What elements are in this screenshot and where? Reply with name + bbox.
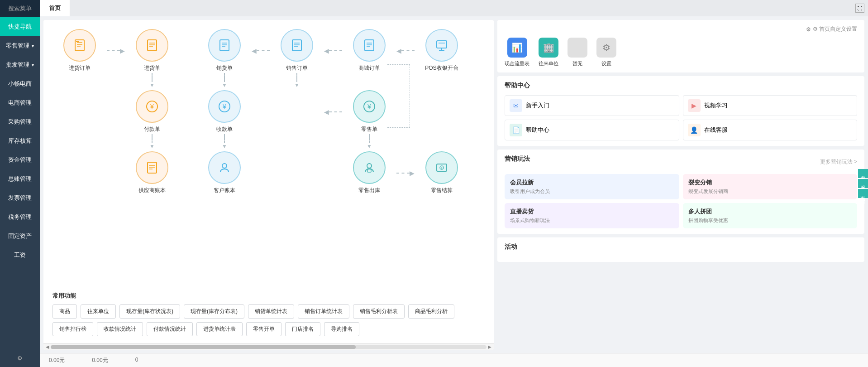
sidebar-item-wholesale[interactable]: 批发管理 ▾ [0, 55, 40, 74]
help-label-3: 在线客服 [704, 126, 728, 134]
qa-item-3[interactable]: ⚙设置 [596, 38, 616, 67]
qa-icon-3: ⚙ [596, 38, 616, 58]
sidebar-item-ecommerce[interactable]: 电商管理 [0, 93, 40, 112]
func-btn-收款情况统计[interactable]: 收款情况统计 [97, 322, 143, 336]
arrow-down-sale: ▼ [222, 82, 227, 88]
qa-item-1[interactable]: 🏢往来单位 [539, 38, 558, 67]
sidebar: 搜索菜单 快捷导航 零售管理 ▾ 批发管理 ▾ 小畅电商 电商管理 采购管理 库… [0, 0, 40, 367]
qa-label-0: 现金流量表 [505, 60, 529, 67]
page-body: 进货订单 ▶ [40, 16, 868, 353]
svg-text:¥: ¥ [150, 103, 154, 110]
v-space-r2-a4 [324, 134, 342, 150]
flow-node-pos[interactable]: POS收银开台 [415, 29, 469, 72]
qa-item-2[interactable]: 暂无 [568, 38, 587, 67]
qa-icon-1: 🏢 [539, 38, 558, 58]
sidebar-item-xiaochang[interactable]: 小畅电商 [0, 74, 40, 93]
func-btn-商品[interactable]: 商品 [52, 304, 77, 319]
func-btn-商品毛利分析[interactable]: 商品毛利分析 [408, 304, 454, 319]
v-space-arrow2 [179, 73, 197, 88]
sidebar-settings-icon[interactable]: ⚙ [0, 349, 40, 367]
floating-btn-1[interactable]: 服务社区 [858, 179, 868, 188]
marketing-more-link[interactable]: 更多营销玩法 > [820, 158, 857, 166]
arrow-4: ◀ [396, 47, 415, 54]
left-panel: 进货订单 ▶ [43, 20, 494, 350]
marketing-item-3[interactable]: 多人拼团拼团购物享受优惠 [683, 203, 858, 228]
marketing-item-1[interactable]: 裂变分销裂变式发展分销商 [683, 174, 858, 199]
qa-icon-2 [568, 38, 587, 58]
v-connector-purchase: ▼ [125, 73, 179, 88]
tab-home[interactable]: 首页 [40, 0, 70, 16]
func-btn-零售开单[interactable]: 零售开单 [246, 322, 281, 336]
func-btn-销售毛利分析表[interactable]: 销售毛利分析表 [353, 304, 405, 319]
v-dashed-receipt [224, 134, 225, 143]
help-item-3[interactable]: 👤在线客服 [683, 120, 858, 140]
sidebar-search[interactable]: 搜索菜单 [0, 0, 40, 17]
func-btn-进货单统计表[interactable]: 进货单统计表 [196, 322, 243, 336]
flow-node-customer-ledger[interactable]: 客户账本 [197, 151, 252, 194]
sidebar-item-salary[interactable]: 工资 [0, 246, 40, 265]
v-connector-retail: ▼ [342, 134, 396, 150]
floating-btn-2[interactable]: 桌面快捷 [858, 189, 868, 198]
sale-order-icon [281, 29, 313, 62]
func-btn-现存量(库存分布表)[interactable]: 现存量(库存分布表) [184, 304, 244, 319]
func-btn-销售订单统计表[interactable]: 销售订单统计表 [298, 304, 349, 319]
scroll-right-arrow[interactable]: ▶ [486, 344, 493, 349]
stat-1: 0.00元 [49, 357, 65, 364]
func-btn-门店排名[interactable]: 门店排名 [285, 322, 320, 336]
floating-btn-0[interactable]: 客服热线 [858, 169, 868, 178]
help-grid: ✉新手入门▶视频学习📄帮助中心👤在线客服 [505, 95, 857, 140]
flow-node-payment[interactable]: ¥ 付款单 [125, 90, 179, 133]
func-btn-导购排名[interactable]: 导购排名 [324, 322, 359, 336]
arrow-to-retail: ◀ [324, 108, 342, 116]
func-btn-销货单统计表[interactable]: 销货单统计表 [248, 304, 294, 319]
fullscreen-button[interactable]: ⛶ [855, 4, 864, 13]
marketing-item-0[interactable]: 会员拉新吸引用户成为会员 [505, 174, 679, 199]
sidebar-item-finance[interactable]: 资金管理 [0, 150, 40, 169]
v-arrows-row1: ▼ ▼ [52, 73, 485, 88]
arrow-left-retail: ◀ [324, 108, 329, 116]
scroll-left-arrow[interactable]: ◀ [44, 344, 51, 349]
marketing-item-2[interactable]: 直播卖货场景式购物新玩法 [505, 203, 679, 228]
sidebar-item-purchase[interactable]: 采购管理 [0, 112, 40, 131]
marketing-section: 营销玩法 更多营销玩法 > 会员拉新吸引用户成为会员裂变分销裂变式发展分销商直播… [497, 150, 864, 234]
help-icon-2: 📄 [510, 124, 522, 136]
marketing-grid: 会员拉新吸引用户成为会员裂变分销裂变式发展分销商直播卖货场景式购物新玩法多人拼团… [505, 174, 857, 228]
sidebar-item-assets[interactable]: 固定资产 [0, 227, 40, 246]
gear-icon-small: ⚙ [806, 26, 811, 33]
sidebar-item-ledger[interactable]: 总账管理 [0, 169, 40, 188]
help-item-0[interactable]: ✉新手入门 [505, 95, 679, 116]
arrow-down-saleorder: ▼ [294, 82, 300, 88]
v-dashed-purchase [152, 73, 153, 82]
homepage-customize-link[interactable]: ⚙ ⚙ 首页自定义设置 [505, 25, 857, 33]
func-btn-往来单位[interactable]: 往来单位 [81, 304, 116, 319]
func-btn-付款情况统计[interactable]: 付款情况统计 [147, 322, 193, 336]
payment-label: 付款单 [144, 126, 160, 133]
mall-order-label: 商城订单 [358, 64, 380, 72]
v-connector-receipt: ▼ [197, 134, 252, 150]
sidebar-item-inventory[interactable]: 库存核算 [0, 131, 40, 150]
flow-node-sale-slip[interactable]: 销货单 [197, 29, 252, 72]
bottom-scrollbar[interactable]: ◀ ▶ [43, 343, 494, 350]
sidebar-item-retail[interactable]: 零售管理 ▾ [0, 36, 40, 55]
scroll-track[interactable] [51, 345, 486, 349]
sidebar-item-quicknav[interactable]: 快捷导航 [0, 17, 40, 36]
flow-node-purchase-slip[interactable]: 进货单 [125, 29, 179, 72]
flow-node-retail-out[interactable]: 零售出库 [342, 151, 396, 194]
retail-out-label: 零售出库 [358, 187, 380, 194]
sidebar-item-invoice[interactable]: 发票管理 [0, 188, 40, 208]
func-btn-销售排行榜[interactable]: 销售排行榜 [52, 322, 93, 336]
help-item-1[interactable]: ▶视频学习 [683, 95, 858, 116]
qa-item-0[interactable]: 📊现金流量表 [505, 38, 529, 67]
help-item-2[interactable]: 📄帮助中心 [505, 120, 679, 140]
flow-node-sale-order[interactable]: 销售订单 [270, 29, 324, 72]
flow-node-receipt[interactable]: ¥ 收款单 [197, 90, 252, 133]
func-btn-现存量(库存状况表)[interactable]: 现存量(库存状况表) [119, 304, 180, 319]
sidebar-item-tax[interactable]: 税务管理 [0, 208, 40, 227]
tab-bar-right: ⛶ [855, 0, 868, 16]
svg-rect-12 [292, 40, 301, 51]
v-connector-sale: ▼ [197, 73, 252, 88]
flow-node-supplier-ledger[interactable]: 供应商账本 [125, 151, 179, 194]
svg-rect-4 [148, 40, 157, 51]
flow-node-purchase-order[interactable]: 进货订单 [52, 29, 107, 72]
flow-node-retail-settle[interactable]: ¥ 零售结算 [415, 151, 469, 194]
